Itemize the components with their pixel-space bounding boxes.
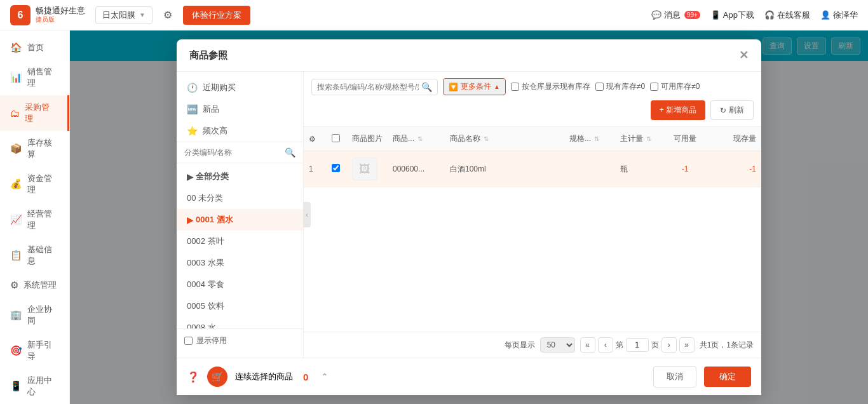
sidebar-item-base[interactable]: 📋 基础信息	[0, 238, 69, 273]
sidebar-item-guide[interactable]: 🎯 新手引导	[0, 333, 69, 368]
messages-label: 消息	[664, 10, 681, 21]
customer-service-nav[interactable]: 🎧 在线客服	[764, 10, 810, 21]
th-code[interactable]: 商品... ⇅	[388, 127, 445, 151]
modal-toolbar: 🔍 🔽 更多条件 ▲ 按仓库显示现有库存	[304, 72, 761, 127]
logo-text-wrap: 畅捷通好生意 捷员版	[36, 6, 85, 25]
store-arrow-icon: ▼	[139, 11, 146, 18]
th-check[interactable]	[327, 127, 347, 151]
avatar-icon: 👤	[820, 10, 831, 20]
message-icon: 💬	[651, 10, 661, 20]
check-avail-nonzero-option[interactable]: 可用库存≠0	[650, 81, 700, 92]
quick-frequent[interactable]: ⭐ 频次高	[177, 120, 303, 142]
check-warehouse-checkbox[interactable]	[511, 83, 519, 91]
total-info: 共1页，1条记录	[700, 340, 754, 351]
row-checkbox[interactable]	[332, 164, 340, 172]
check-avail-nonzero-checkbox[interactable]	[650, 83, 658, 91]
selected-label: 连续选择的商品	[235, 371, 293, 382]
add-product-button[interactable]: + 新增商品	[651, 100, 705, 120]
message-badge: 99+	[684, 11, 700, 19]
next-page-button[interactable]: ›	[661, 337, 677, 353]
per-page-select[interactable]: 50 100	[540, 337, 575, 353]
sidebar-item-home[interactable]: 🏠 首页	[0, 36, 69, 60]
star-icon: ⭐	[187, 126, 198, 136]
store-selector[interactable]: 日太阳膜 ▼	[95, 6, 153, 24]
sidebar-item-enterprise[interactable]: 🏢 企业协同	[0, 297, 69, 333]
cat-arrow-0001: ▶	[187, 215, 193, 225]
guide-icon: 🎯	[10, 345, 22, 356]
sidebar-item-operation[interactable]: 📈 经营管理	[0, 202, 69, 238]
th-stock[interactable]: 现存量	[710, 127, 761, 151]
show-disabled-checkbox[interactable]	[184, 337, 193, 345]
check-warehouse-label: 按仓库显示现有库存	[522, 81, 590, 92]
check-stock-nonzero-checkbox[interactable]	[595, 83, 604, 91]
cat-label-0008: 0008 水	[187, 322, 216, 328]
gear-button[interactable]: ⚙	[158, 5, 178, 25]
collapse-left-button[interactable]: ‹	[303, 202, 311, 227]
th-name[interactable]: 商品名称 ⇅	[445, 127, 564, 151]
unit-sort-icon: ⇅	[646, 135, 651, 142]
check-avail-nonzero-label: 可用库存≠0	[661, 81, 700, 92]
cat-label-0002: 0002 茶叶	[187, 236, 224, 247]
cat-item-0001[interactable]: ▶ 0001 酒水	[177, 209, 303, 231]
table-gear-icon[interactable]: ⚙	[309, 135, 316, 144]
cat-item-all[interactable]: ▶ 全部分类	[177, 166, 303, 187]
cat-item-0008[interactable]: 0008 水	[177, 317, 303, 328]
cat-label-0004: 0004 零食	[187, 279, 224, 290]
sidebar-item-system[interactable]: ⚙ 系统管理	[0, 273, 69, 297]
page-nav: « ‹ 第 页 › »	[580, 337, 695, 353]
check-stock-nonzero-option[interactable]: 现有库存≠0	[595, 81, 645, 92]
cat-item-0003[interactable]: 0003 水果	[177, 252, 303, 274]
app-download-nav[interactable]: 📱 App下载	[710, 10, 754, 21]
sidebar-item-purchase[interactable]: 🗂 采购管理	[0, 95, 69, 131]
th-spec[interactable]: 规格... ⇅	[564, 127, 615, 151]
product-search-input[interactable]	[317, 83, 419, 91]
row-check[interactable]	[327, 151, 347, 187]
sidebar-item-sales[interactable]: 📊 销售管理	[0, 60, 69, 95]
category-search-icon[interactable]: 🔍	[285, 147, 295, 158]
quick-recent[interactable]: 🕐 近期购买	[177, 77, 303, 98]
th-avail-label: 可用量	[674, 134, 696, 143]
sidebar-guide-label: 新手引导	[27, 339, 59, 362]
trial-button[interactable]: 体验行业方案	[183, 6, 250, 25]
row-seq: 1	[304, 151, 327, 187]
name-sort-icon: ⇅	[484, 135, 489, 142]
messages-nav[interactable]: 💬 消息 99+	[651, 10, 700, 21]
row-img: 🖼	[347, 151, 388, 187]
sidebar-item-inventory[interactable]: 📦 库存核算	[0, 131, 69, 166]
main-layout: 🏠 首页 📊 销售管理 🗂 采购管理 📦 库存核算 💰 资金管理 📈 经营管理 …	[0, 30, 868, 404]
refresh-button[interactable]: ↻ 刷新	[710, 100, 754, 120]
cat-item-0005[interactable]: 0005 饮料	[177, 295, 303, 317]
sidebar-finance-label: 资金管理	[27, 173, 59, 196]
filter-button[interactable]: 🔽 更多条件 ▲	[443, 78, 506, 95]
th-gear[interactable]: ⚙	[304, 127, 327, 151]
last-page-button[interactable]: »	[679, 337, 695, 353]
sidebar-home-label: 首页	[27, 42, 44, 53]
th-unit[interactable]: 主计量 ⇅	[615, 127, 660, 151]
sidebar-inventory-label: 库存核算	[27, 137, 59, 160]
category-search-input[interactable]	[184, 148, 281, 157]
cat-item-00[interactable]: 00 未分类	[177, 187, 303, 209]
select-all-checkbox[interactable]	[332, 134, 340, 142]
th-avail[interactable]: 可用量	[660, 127, 710, 151]
quick-new[interactable]: 🆕 新品	[177, 98, 303, 120]
overlay: 商品参照 ✕ ‹ 🕐 近期购买 🆕	[70, 30, 868, 404]
sidebar-item-apps[interactable]: 📱 应用中心	[0, 368, 69, 404]
filter-icon: 🔽	[449, 83, 458, 91]
first-page-button[interactable]: «	[580, 337, 595, 353]
user-avatar[interactable]: 👤 徐泽华	[820, 10, 858, 21]
help-icon[interactable]: ❓	[187, 371, 200, 383]
modal-close-button[interactable]: ✕	[739, 48, 749, 62]
table-row[interactable]: 1 🖼 000600... 白酒100ml	[304, 151, 761, 187]
collapse-selected-button[interactable]: ⌃	[321, 372, 329, 382]
product-search-icon[interactable]: 🔍	[421, 82, 432, 92]
product-image: 🖼	[352, 158, 377, 180]
row-avail: -1	[660, 151, 710, 187]
sidebar-item-finance[interactable]: 💰 资金管理	[0, 166, 69, 202]
confirm-button[interactable]: 确定	[704, 367, 751, 387]
cancel-button[interactable]: 取消	[653, 366, 696, 387]
cat-item-0002[interactable]: 0002 茶叶	[177, 231, 303, 252]
page-number-input[interactable]	[626, 338, 649, 352]
check-warehouse-option[interactable]: 按仓库显示现有库存	[511, 81, 590, 92]
cat-item-0004[interactable]: 0004 零食	[177, 274, 303, 295]
prev-page-button[interactable]: ‹	[598, 337, 613, 353]
